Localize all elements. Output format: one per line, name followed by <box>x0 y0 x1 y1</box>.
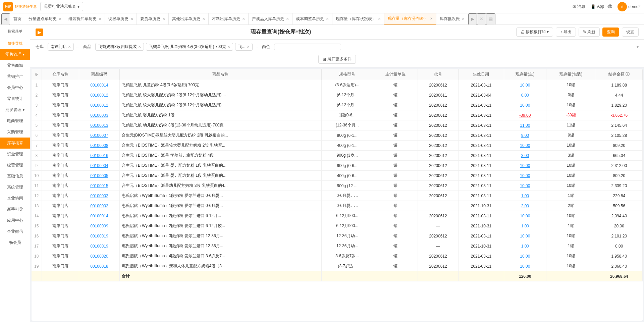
sidebar-item-basic-info[interactable]: 基础信息 <box>0 171 30 182</box>
sidebar-item-finance[interactable]: 资金管理 <box>0 149 30 160</box>
tab-batch-account[interactable]: 库存批次账 ✕ <box>436 13 468 25</box>
tab-zuhe[interactable]: 组装拆卸单历史 ✕ <box>65 13 105 25</box>
sidebar-item-enterprise[interactable]: 企业协同 <box>0 193 30 204</box>
tab-scroll-right[interactable]: ▶ <box>468 13 477 25</box>
tab-inventory-dist-close[interactable]: ✕ <box>430 17 433 20</box>
orange-expand-btn[interactable]: ▶ <box>36 29 43 36</box>
product-tag-1-close[interactable]: ✕ <box>138 45 141 49</box>
cell-code[interactable]: 00100020 <box>79 251 119 261</box>
cell-code[interactable]: 00100002 <box>79 201 119 211</box>
cell-code[interactable]: 00100014 <box>79 211 119 221</box>
quick-nav-btn[interactable]: 快捷导航 <box>0 40 30 47</box>
cell-code[interactable]: 00100013 <box>79 120 119 130</box>
tab-qita-out-close[interactable]: ✕ <box>202 17 205 21</box>
tab-zuhe-close[interactable]: ✕ <box>99 17 101 21</box>
cell-qty-main[interactable]: 0.00 <box>504 90 546 100</box>
sidebar-item-marketing[interactable]: 营销推广 <box>0 71 30 82</box>
color-dropdown-icon[interactable]: ▾ <box>637 45 639 49</box>
tab-cost-adjust-close[interactable]: ✕ <box>326 17 329 21</box>
product-tag-3[interactable]: 飞... ✕ <box>235 43 253 51</box>
tab-home[interactable]: 首页 <box>10 13 25 25</box>
refresh-btn[interactable]: ↻ 刷新 <box>579 28 600 37</box>
tab-cost-adjust[interactable]: 成本调整单历史 ✕ <box>292 13 332 25</box>
message-btn[interactable]: ✉ 消息 <box>573 4 585 9</box>
sidebar-item-member-center[interactable]: 会员中心 <box>0 82 30 93</box>
cell-code[interactable]: 00100012 <box>79 90 119 100</box>
tab-product-in[interactable]: 产成品入库单历史 ✕ <box>249 13 292 25</box>
cell-qty-main[interactable]: 1.00 <box>504 191 546 201</box>
col-settings-icon[interactable]: ⚙ <box>35 72 38 77</box>
sidebar-item-retail-stats[interactable]: 零售统计 <box>0 93 30 104</box>
cell-code[interactable]: 00100012 <box>79 100 119 110</box>
cell-code[interactable]: 00100014 <box>79 80 119 90</box>
sidebar-item-retail-mgmt[interactable]: 零售管理 ▾ <box>0 49 30 60</box>
product-tag-2-close[interactable]: ✕ <box>227 45 230 49</box>
sidebar-item-ops[interactable]: 经营管理 <box>0 160 30 171</box>
product-tag-2[interactable]: 飞鹤星飞帆 儿童奶粉 4段(3-6岁适用) 700克 ✕ <box>146 43 233 51</box>
cell-qty-main[interactable]: 10.00 <box>504 231 546 241</box>
cell-qty-main[interactable]: 11.00 <box>504 120 546 130</box>
cell-qty-main[interactable]: 9.00 <box>504 130 546 141</box>
sidebar-item-retail-shop[interactable]: 零售商城 <box>0 60 30 71</box>
cell-code[interactable]: 00100003 <box>79 110 119 120</box>
cell-qty-main[interactable]: 10.00 <box>504 181 546 191</box>
cell-qty-main[interactable]: 10.00 <box>504 251 546 261</box>
template-print-btn[interactable]: 🖨 按模板打印 ▾ <box>516 28 553 37</box>
tab-fenliang-close[interactable]: ✕ <box>59 17 61 21</box>
cell-code[interactable]: 00100008 <box>79 141 119 151</box>
product-tag-3-close[interactable]: ✕ <box>247 45 250 49</box>
tab-yaohuo-close[interactable]: ✕ <box>162 17 165 21</box>
warehouse-tag-close[interactable]: ✕ <box>68 45 71 49</box>
tab-product-in-close[interactable]: ✕ <box>286 17 289 21</box>
sidebar-item-purchase[interactable]: 采购管理 <box>0 126 30 138</box>
cell-code[interactable]: 00100019 <box>79 241 119 251</box>
cell-qty-main[interactable]: 1.00 <box>504 221 546 231</box>
cell-code[interactable]: 00100005 <box>79 171 119 181</box>
tab-inventory-status-close[interactable]: ✕ <box>378 17 381 21</box>
cell-qty-main[interactable]: 10.00 <box>504 100 546 110</box>
tab-fenliang[interactable]: 分量盘点单历史 ✕ <box>25 13 65 25</box>
warehouse-tag[interactable]: 南岸门店 ✕ <box>48 43 74 51</box>
tab-inventory-dist[interactable]: 现存量（库存分布表） ✕ <box>384 13 436 25</box>
cell-qty-main[interactable]: 10.00 <box>504 211 546 221</box>
cell-code[interactable]: 00100004 <box>79 161 119 171</box>
tab-diaob-close[interactable]: ✕ <box>130 17 133 21</box>
cell-qty-main[interactable]: 10.00 <box>504 171 546 181</box>
cell-code[interactable]: 00100007 <box>79 130 119 141</box>
tab-diaob[interactable]: 调拨单历史 ✕ <box>105 13 137 25</box>
user-profile[interactable]: d demo2 <box>618 2 641 11</box>
sidebar-item-ecommerce[interactable]: 电商管理 <box>0 115 30 126</box>
cell-code[interactable]: 00100016 <box>79 151 119 161</box>
tab-scroll-left[interactable]: ◀ <box>1 13 10 25</box>
cell-qty-main[interactable]: 2.00 <box>504 201 546 211</box>
tab-inventory-status[interactable]: 现存量（库存状况表） ✕ <box>332 13 384 25</box>
cell-qty-main[interactable]: 1.00 <box>504 241 546 251</box>
sidebar-item-guide[interactable]: 新手引导 <box>0 204 30 215</box>
company-selector[interactable]: 母婴行业演示账套 ▾ <box>40 2 83 11</box>
query-btn[interactable]: 查询 <box>602 28 619 37</box>
export-btn[interactable]: ↑ 导出 <box>556 28 576 37</box>
sidebar-item-wechat[interactable]: 企业微信 <box>0 226 30 237</box>
cell-code[interactable]: 00100002 <box>79 191 119 201</box>
tab-close-all[interactable]: ✕ <box>477 13 486 25</box>
sidebar-item-app-center[interactable]: 应用中心 <box>0 215 30 226</box>
search-menu-btn[interactable]: 搜索菜单 <box>3 28 27 35</box>
color-input[interactable] <box>274 44 341 50</box>
tab-batch-account-close[interactable]: ✕ <box>462 17 465 21</box>
tab-material-close[interactable]: ✕ <box>242 17 245 21</box>
cell-code[interactable]: 00100018 <box>79 261 119 271</box>
cell-qty-main[interactable]: -39.00 <box>504 110 546 120</box>
product-more[interactable]: ... <box>255 45 258 49</box>
cell-qty-main[interactable]: 10.00 <box>504 141 546 151</box>
sidebar-item-vip[interactable]: 畅会员 <box>0 237 30 248</box>
sidebar-item-system[interactable]: 系统管理 <box>0 182 30 193</box>
tab-qita-out[interactable]: 其他出库单历史 ✕ <box>169 13 209 25</box>
cell-qty-main[interactable]: 3.00 <box>504 151 546 161</box>
app-download-btn[interactable]: 📱 App下载 <box>591 4 612 9</box>
cell-code[interactable]: 00100019 <box>79 231 119 241</box>
settings-btn[interactable]: 设置 <box>622 28 639 37</box>
expand-conditions-btn[interactable]: ⊞ 展开更多条件 <box>318 55 356 64</box>
tab-material[interactable]: 材料出库单历史 ✕ <box>209 13 249 25</box>
warehouse-more[interactable]: ... <box>76 45 79 49</box>
cell-code[interactable]: 00100009 <box>79 221 119 231</box>
